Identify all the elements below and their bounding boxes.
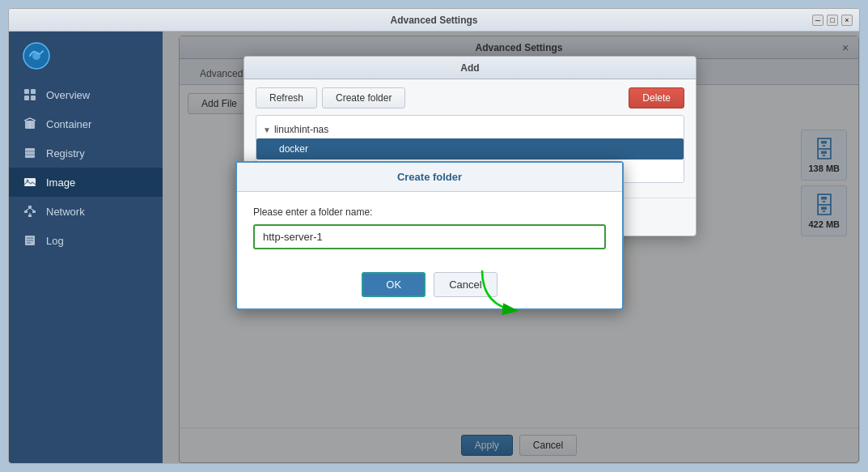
- log-icon: [22, 234, 38, 247]
- docker-label: docker: [279, 143, 308, 155]
- registry-icon: [22, 147, 38, 159]
- create-folder-dialog: Create folder Please enter a folder name…: [235, 161, 624, 310]
- content-area: Overview Container: [9, 32, 859, 463]
- svg-rect-13: [28, 206, 32, 208]
- grid-icon: [22, 88, 38, 101]
- sidebar-label-registry: Registry: [46, 147, 85, 159]
- network-icon: [22, 205, 38, 218]
- sidebar-logo: [9, 32, 163, 80]
- svg-rect-5: [31, 96, 36, 100]
- create-folder-title: Create folder: [237, 163, 622, 192]
- sidebar-item-log[interactable]: Log: [9, 226, 163, 255]
- ok-button[interactable]: OK: [362, 272, 426, 297]
- create-folder-button[interactable]: Create folder: [322, 87, 405, 108]
- svg-rect-8: [25, 148, 35, 158]
- svg-rect-15: [32, 210, 36, 213]
- title-bar: Advanced Settings ─ □ ×: [9, 9, 859, 32]
- maximize-button[interactable]: □: [827, 15, 838, 26]
- sidebar: Overview Container: [9, 32, 163, 463]
- svg-rect-2: [24, 89, 29, 94]
- sidebar-label-container: Container: [46, 118, 91, 130]
- box-icon: [22, 117, 38, 130]
- tree-root-arrow: ▼: [263, 125, 271, 134]
- tree-root: ▼ linuxhint-nas: [256, 121, 684, 138]
- window-controls: ─ □ ×: [812, 15, 853, 26]
- create-folder-body: Please enter a folder name:: [237, 192, 622, 264]
- sidebar-label-log: Log: [46, 235, 64, 247]
- svg-rect-4: [24, 96, 29, 100]
- tree-root-label: linuxhint-nas: [274, 124, 328, 135]
- svg-rect-11: [24, 178, 36, 186]
- app-window: Advanced Settings ─ □ ×: [8, 8, 860, 464]
- action-row: Refresh Create folder Delete: [256, 87, 684, 108]
- main-content: Advanced Settings × Advanced Environment…: [163, 32, 859, 463]
- tree-item-docker[interactable]: docker: [256, 138, 684, 159]
- add-dialog-title: Add: [244, 57, 696, 79]
- svg-line-17: [26, 208, 30, 210]
- sidebar-item-registry[interactable]: Registry: [9, 138, 163, 168]
- sidebar-item-network[interactable]: Network: [9, 197, 163, 226]
- app-title: Advanced Settings: [390, 15, 477, 26]
- sidebar-label-network: Network: [46, 206, 85, 218]
- create-folder-footer: OK Cancel: [237, 264, 622, 308]
- create-folder-cancel-button[interactable]: Cancel: [434, 272, 497, 297]
- svg-rect-16: [28, 215, 32, 217]
- sidebar-label-image: Image: [46, 176, 75, 189]
- minimize-button[interactable]: ─: [812, 15, 824, 26]
- app-logo-icon: [22, 41, 51, 70]
- sidebar-label-overview: Overview: [46, 89, 90, 101]
- delete-button[interactable]: Delete: [629, 87, 684, 108]
- refresh-button[interactable]: Refresh: [256, 87, 317, 108]
- svg-line-18: [30, 208, 34, 210]
- create-folder-label: Please enter a folder name:: [253, 206, 606, 218]
- svg-rect-14: [24, 210, 28, 213]
- sidebar-item-image[interactable]: Image: [9, 168, 163, 197]
- svg-rect-3: [31, 89, 36, 94]
- image-icon: [22, 176, 38, 189]
- svg-point-1: [32, 52, 40, 60]
- folder-name-input[interactable]: [253, 224, 606, 249]
- sidebar-item-container[interactable]: Container: [9, 109, 163, 138]
- sidebar-item-overview[interactable]: Overview: [9, 80, 163, 109]
- close-button[interactable]: ×: [841, 15, 853, 26]
